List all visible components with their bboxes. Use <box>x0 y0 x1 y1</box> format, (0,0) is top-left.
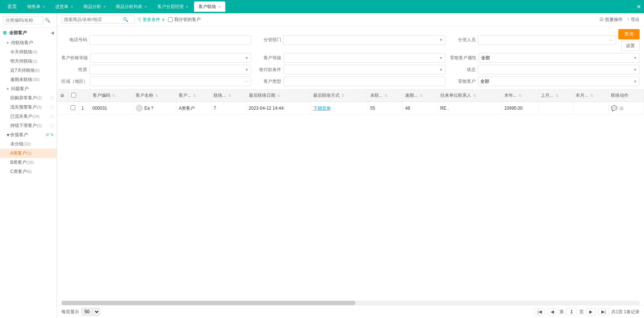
sort-icon: ⇅ <box>384 93 387 98</box>
sidebar-item-overdue[interactable]: 逾期未联络(30) <box>0 75 57 84</box>
filter-payment-select[interactable]: ▼ <box>283 65 445 74</box>
col-code-label: 客户编码 <box>93 93 110 98</box>
my-customers-checkbox[interactable]: 我分管的客户 <box>168 17 201 23</box>
filter-status-select[interactable]: ▼ <box>478 65 640 74</box>
row-type: A类客户 <box>179 106 195 111</box>
page-size-label: 每页显示 <box>61 309 79 315</box>
sidebar-item-churned[interactable]: 已流失客户(24) ⓘ <box>0 112 57 121</box>
pending-contact-header[interactable]: ▼ 待联络客户 <box>0 38 57 47</box>
row-last-contact-method[interactable]: 下销货单 <box>313 106 331 111</box>
sidebar-item-unclassified-label: 未分组(32) <box>10 141 31 147</box>
qr-icon[interactable]: ⊞ <box>619 105 624 111</box>
cell-overdue: 48 <box>403 102 438 115</box>
sidebar-item-unclassified[interactable]: 未分组(32) <box>0 139 57 149</box>
close-icon[interactable]: × <box>43 4 45 9</box>
sidebar-item-churn-warning[interactable]: 流失预警客户(3) ⓘ <box>0 103 57 112</box>
filter-payment-label: 收付款条件 <box>255 67 281 73</box>
tab-customer-contact[interactable]: 客户联络 × <box>194 1 225 12</box>
close-icon[interactable]: × <box>218 4 221 9</box>
chat-icon[interactable]: 💬 <box>611 105 617 111</box>
all-customers-label: ⊞ 全部客户 <box>3 30 27 36</box>
col-action: 联络动作 <box>608 89 644 102</box>
tab-sales[interactable]: 销售单 × <box>23 1 49 12</box>
filter-price-level-label: 客户价格等级 <box>61 55 88 61</box>
col-last-month-label: 上月... <box>541 93 553 98</box>
tab-customer-segmentation-label: 客户分层经营 <box>157 4 184 10</box>
sidebar-item-today[interactable]: 今天待联络(0) <box>0 47 57 57</box>
select-all-checkbox[interactable] <box>71 93 76 98</box>
edit-icon[interactable]: ✎ <box>50 132 54 137</box>
next-page-btn[interactable]: ▶ <box>586 308 596 315</box>
top-nav-close[interactable]: ✕ <box>636 3 641 10</box>
filter-person-input[interactable]: ··· <box>478 35 616 45</box>
filter-phone-input[interactable] <box>89 35 251 45</box>
export-label: 导出 <box>631 17 640 23</box>
sidebar-item-c-class[interactable]: C类客户(6) <box>0 167 57 176</box>
filter-region: 区域（地区） ··· <box>61 77 251 86</box>
close-icon[interactable]: × <box>103 4 105 9</box>
query-button[interactable]: 查询 <box>618 29 640 39</box>
sidebar-item-tomorrow[interactable]: 明天待联络(1) <box>0 57 57 66</box>
batch-op-label: 批量操作 <box>605 17 623 23</box>
row-checkbox[interactable] <box>71 105 75 110</box>
tab-product-analysis-list-label: 商品分析列表 <box>116 4 142 10</box>
filter-customer-level-select[interactable]: ▼ <box>283 53 445 63</box>
filter-customer-level: 客户等级 ▼ <box>255 53 445 63</box>
filter-price-level-select[interactable]: ▼ <box>90 53 251 63</box>
scrollbar-thumb[interactable] <box>61 301 355 305</box>
my-customers-check[interactable] <box>168 17 173 22</box>
col-gear[interactable]: ⚙ <box>57 89 68 102</box>
info-icon: ⓘ <box>50 105 54 110</box>
close-icon[interactable]: × <box>144 4 147 9</box>
filter-customer-level-label: 客户等级 <box>255 55 281 61</box>
sidebar-all-customers[interactable]: ⊞ 全部客户 ◀ <box>0 28 57 38</box>
search-icon[interactable]: 🔍 <box>123 17 128 22</box>
row-name: Ea ? <box>144 106 154 111</box>
nav-home[interactable]: 首页 <box>3 2 21 11</box>
page-size-select[interactable]: 50 100 200 <box>81 308 100 316</box>
col-not-contacted: 未联... ⇅ <box>368 89 403 102</box>
current-page-input[interactable] <box>566 308 577 315</box>
search-icon[interactable]: 🔍 <box>45 18 50 23</box>
tab-purchase[interactable]: 进货单 × <box>51 1 77 12</box>
refresh-icon[interactable]: ↺ <box>46 132 49 137</box>
filter-retail-select[interactable]: 全部▼ <box>478 77 640 86</box>
close-icon[interactable]: × <box>71 4 73 9</box>
gear-icon[interactable]: ⚙ <box>60 93 64 98</box>
sidebar-item-7days[interactable]: 近7天待联络(0) <box>0 66 57 75</box>
cell-num: 1 <box>79 102 90 115</box>
filter-retail-label: 零散客户 <box>450 78 476 85</box>
tab-product-analysis[interactable]: 商品分析 × <box>79 1 110 12</box>
last-page-btn[interactable]: ▶| <box>598 308 609 315</box>
settings-button[interactable]: 设置 <box>621 41 640 51</box>
filter-more-btn[interactable]: ▽ 更多条件 ∨ <box>138 17 165 23</box>
filter-more-label: 更多条件 <box>143 17 160 23</box>
cell-action: 💬 ⊞ <box>608 102 644 115</box>
col-code: 客户编码 ⇅ <box>90 89 133 102</box>
filter-nature-select[interactable]: ▼ <box>89 65 251 74</box>
col-contact: 联络... ⇅ <box>211 89 246 102</box>
close-icon[interactable]: × <box>186 4 188 9</box>
first-page-btn[interactable]: |◀ <box>534 308 545 315</box>
filter-customer-type-input[interactable] <box>283 77 445 86</box>
batch-op-btn[interactable]: ☑ 批量操作 <box>600 17 623 23</box>
export-btn[interactable]: ↑ 导出 <box>627 17 640 23</box>
filter-dept-select[interactable]: ▼ <box>283 35 445 45</box>
tab-customer-segmentation[interactable]: 客户分层经营 × <box>153 1 193 12</box>
scrollbar-container <box>61 301 640 305</box>
tab-product-analysis-list[interactable]: 商品分析列表 × <box>111 1 151 12</box>
prev-page-btn[interactable]: ◀ <box>547 308 557 315</box>
sidebar-search-input[interactable] <box>3 16 43 24</box>
row-overdue: 48 <box>405 106 410 111</box>
filter-icon: ▽ <box>138 17 141 22</box>
info-icon: ⓘ <box>50 96 54 101</box>
sidebar-item-repurchase[interactable]: 回购异常客户(2) ⓘ <box>0 93 57 103</box>
col-this-month: 本月... ⇅ <box>573 89 608 102</box>
filter-region-input[interactable]: ··· <box>90 77 251 86</box>
problem-customers-header[interactable]: ▼ 问题客户 <box>0 84 57 93</box>
sidebar-item-a-class[interactable]: A类客户(1) <box>0 149 57 158</box>
filter-retail-attr-select[interactable]: 全部▼ <box>479 53 640 63</box>
search-input[interactable] <box>64 17 123 22</box>
sidebar-item-b-class[interactable]: B类客户(33) <box>0 158 57 167</box>
sidebar-item-declining[interactable]: 持续下滑客户(2) ⓘ <box>0 121 57 130</box>
